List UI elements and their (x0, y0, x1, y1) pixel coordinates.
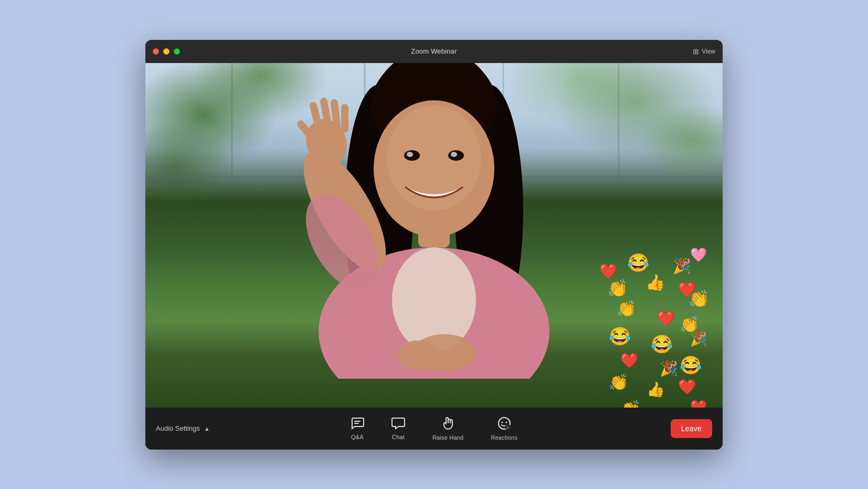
svg-point-31 (501, 421, 503, 423)
zoom-window: Zoom Webinar ⊞ View (145, 40, 723, 450)
raise-hand-button[interactable]: Raise Hand (427, 413, 469, 444)
view-grid-icon: ⊞ (693, 47, 699, 56)
toolbar: Audio Settings ▲ Q&A (145, 408, 723, 450)
audio-settings-label[interactable]: Audio Settings (156, 424, 200, 432)
reactions-icon: + (497, 417, 511, 432)
chat-label: Chat (392, 434, 405, 440)
traffic-lights (153, 48, 180, 55)
svg-line-22 (334, 103, 337, 126)
video-area: ❤️😂🎉🩷👏👍❤️👏👏❤️👏😂😂🎉❤️🎉😂👏👍❤️👏❤️🎉👏❤️👏❤️ (145, 63, 723, 408)
svg-point-32 (505, 421, 507, 423)
close-button[interactable] (153, 48, 159, 55)
chat-button[interactable]: Chat (386, 414, 410, 443)
svg-line-21 (324, 101, 328, 124)
view-button[interactable]: ⊞ View (693, 47, 715, 56)
svg-point-26 (397, 340, 439, 370)
raise-hand-label: Raise Hand (432, 434, 463, 441)
svg-text:+: + (507, 426, 509, 430)
audio-chevron-icon[interactable]: ▲ (204, 425, 210, 432)
svg-line-24 (301, 124, 309, 134)
svg-line-20 (313, 106, 319, 127)
presenter-video (250, 63, 618, 379)
qa-button[interactable]: Q&A (345, 414, 369, 443)
toolbar-left: Audio Settings ▲ (156, 424, 210, 432)
svg-point-14 (407, 152, 413, 157)
maximize-button[interactable] (174, 48, 180, 55)
reactions-label: Reactions (491, 434, 517, 441)
window-title: Zoom Webinar (411, 47, 457, 55)
titlebar: Zoom Webinar ⊞ View (145, 40, 723, 63)
chat-icon (391, 417, 405, 432)
toolbar-right: Leave (671, 419, 712, 438)
view-label: View (702, 48, 715, 55)
reactions-button[interactable]: + Reactions (485, 413, 523, 444)
raise-hand-icon (442, 417, 454, 432)
qa-label: Q&A (351, 434, 364, 440)
minimize-button[interactable] (163, 48, 170, 55)
toolbar-center: Q&A Chat (345, 413, 523, 444)
svg-point-15 (451, 152, 457, 157)
qa-icon (351, 417, 364, 432)
leave-button[interactable]: Leave (671, 419, 712, 438)
